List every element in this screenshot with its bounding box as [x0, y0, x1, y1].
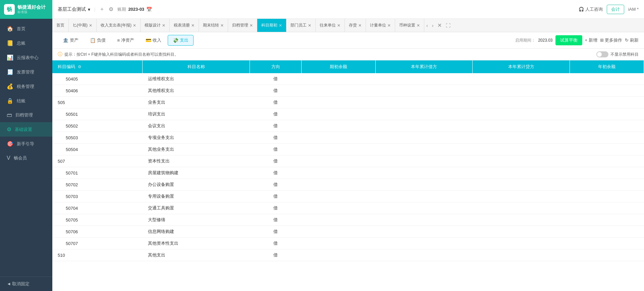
tab-close-archive[interactable]: ✕ [250, 23, 253, 28]
subtab-income[interactable]: 💳 收入 [141, 35, 166, 46]
tab-close-income-annual[interactable]: ✕ [133, 23, 136, 28]
closing-icon: 🔒 [7, 98, 13, 104]
sidebar-item-archive[interactable]: 🗃 归档管理 [0, 108, 52, 122]
cell-code: 50502 [52, 120, 143, 132]
tab-close-tax-clear[interactable]: ✕ [191, 23, 195, 28]
info-icon: ⓘ [58, 51, 62, 57]
sidebar-item-closing[interactable]: 🔒 结账 [0, 94, 52, 108]
subtab-asset[interactable]: 🏦 资产 [58, 35, 84, 46]
tab-subject-init[interactable]: 科目期初 ✕ [257, 19, 286, 32]
iam-label: iAM * [628, 7, 639, 12]
tab-mid-period[interactable]: 匕(中期) ✕ [69, 19, 97, 32]
sidebar-label-guide: 新手引导 [17, 141, 34, 147]
cell-code: 507 [52, 155, 143, 167]
tab-unit[interactable]: 计量单位 ✕ [366, 19, 395, 32]
tab-archive[interactable]: 归档管理 ✕ [228, 19, 257, 32]
tab-home[interactable]: 首页 [52, 19, 69, 32]
tab-close-dept-staff[interactable]: ✕ [308, 23, 311, 28]
cell-direction: 借 [250, 108, 302, 120]
cell-name: 其他支出 [143, 249, 250, 261]
table-row[interactable]: 50503 专项业务支出 借 [52, 132, 644, 144]
subtab-liability[interactable]: 📋 负债 [85, 35, 111, 46]
sidebar-pin-toggle[interactable]: ◄ 取消固定 [0, 277, 52, 291]
tab-inventory[interactable]: 存货 ✕ [345, 19, 366, 32]
cell-ytd-debit [376, 132, 473, 144]
cell-direction: 借 [250, 155, 302, 167]
tab-close-inventory[interactable]: ✕ [358, 23, 362, 28]
table-row[interactable]: 50703 专用设备购置 借 [52, 191, 644, 202]
table-row[interactable]: 50704 交通工具购置 借 [52, 202, 644, 214]
table-row[interactable]: 50501 培训支出 借 [52, 108, 644, 120]
tab-close-unit[interactable]: ✕ [387, 23, 391, 28]
tab-template[interactable]: 模版设计 ✕ [141, 19, 170, 32]
table-row[interactable]: 50502 会议支出 借 [52, 120, 644, 132]
cell-direction: 借 [250, 214, 302, 226]
tab-currency[interactable]: 币种设置 ✕ [395, 19, 424, 32]
table-row[interactable]: 50702 办公设备购置 借 [52, 179, 644, 191]
tab-income-annual[interactable]: 收入支出表(年报) ✕ [97, 19, 141, 32]
tab-close-subject-init[interactable]: ✕ [279, 23, 282, 28]
topbar-period: 账期 2023-03 📅 [117, 6, 152, 12]
toggle-switch-control[interactable] [596, 51, 608, 57]
tab-close-period-end[interactable]: ✕ [220, 23, 224, 28]
company-selector[interactable]: 基层工会测试 ▾ [58, 6, 90, 12]
table-row[interactable]: 50504 其他业务支出 借 [52, 144, 644, 155]
table-row[interactable]: 50705 大型修缮 借 [52, 214, 644, 226]
topbar-settings-button[interactable]: ⚙ [109, 6, 113, 12]
add-tab-button[interactable]: ＋ [99, 6, 105, 13]
disable-toggle[interactable]: 不显示禁用科目 [596, 51, 639, 57]
subtab-net-asset[interactable]: ≡ 净资产 [112, 35, 139, 46]
cell-name: 专用设备购置 [143, 191, 250, 202]
sidebar-item-settings[interactable]: ⚙ 基础设置 [0, 122, 52, 137]
calendar-icon[interactable]: 📅 [146, 7, 152, 12]
tabs-prev-button[interactable]: ‹ [424, 19, 430, 32]
table-row[interactable]: 50707 其他资本性支出 借 [52, 238, 644, 249]
more-operations-button[interactable]: ⊞ 更多操作 [600, 37, 623, 43]
table-row[interactable]: 50405 运维维权支出 借 [52, 73, 644, 85]
tab-contacts[interactable]: 往来单位 ✕ [316, 19, 345, 32]
sidebar-item-home[interactable]: 🏠 首页 [0, 21, 52, 36]
subtab-expense[interactable]: 💸 支出 [168, 35, 194, 46]
add-subject-button[interactable]: + 新增 [585, 37, 597, 43]
sidebar-item-invoice[interactable]: 🧾 发票管理 [0, 65, 52, 79]
tab-tax-clear[interactable]: 税表清册 ✕ [170, 19, 199, 32]
table-row[interactable]: 505 业务支出 借 [52, 97, 644, 108]
cell-ytd-debit [376, 249, 473, 261]
help-button[interactable]: 🎧 人工咨询 [579, 6, 603, 12]
refresh-button[interactable]: ↻ 刷新 [625, 37, 639, 43]
table-row[interactable]: 50706 信息网络购建 借 [52, 226, 644, 238]
sidebar-label-ledger: 总账 [17, 40, 25, 46]
table-row[interactable]: 50406 其他维权支出 借 [52, 85, 644, 97]
table-row[interactable]: 50701 房屋建筑物购建 借 [52, 167, 644, 179]
table-row[interactable]: 510 其他支出 借 [52, 249, 644, 261]
tabs-next-button[interactable]: › [430, 19, 436, 32]
tabs-close-all-button[interactable]: ✕ [435, 22, 444, 29]
sidebar-item-ledger[interactable]: 📒 总账 [0, 36, 52, 50]
cell-ytd-debit [376, 85, 473, 97]
cell-annual-balance [570, 144, 644, 155]
tab-dept-staff[interactable]: 部门员工 ✕ [286, 19, 316, 32]
sidebar-item-guide[interactable]: 🎯 新手引导 [0, 137, 52, 151]
app-edition: 标准版 [17, 10, 46, 14]
calc-balance-button[interactable]: 试算平衡 [555, 35, 582, 45]
tab-close-mid-period[interactable]: ✕ [89, 23, 92, 28]
account-button[interactable]: 会计 [607, 5, 624, 14]
tab-period-end[interactable]: 期末结转 ✕ [199, 19, 228, 32]
sidebar-item-reports[interactable]: 📊 云报表中心 [0, 50, 52, 65]
tab-close-currency[interactable]: ✕ [417, 23, 420, 28]
tabs-expand-button[interactable]: ⛶ [444, 23, 452, 28]
ledger-icon: 📒 [7, 40, 13, 46]
col-ytd-credit: 本年累计贷方 [473, 60, 570, 73]
tab-close-contacts[interactable]: ✕ [337, 23, 340, 28]
sidebar-item-tax[interactable]: 💰 税务管理 [0, 79, 52, 94]
cell-ytd-credit [473, 144, 570, 155]
cell-name: 房屋建筑物购建 [143, 167, 250, 179]
column-settings-icon[interactable]: ⚙ [78, 64, 82, 69]
tab-close-template[interactable]: ✕ [162, 23, 165, 28]
col-annual-balance: 年初余额 [570, 60, 644, 73]
cell-ytd-debit [376, 73, 473, 85]
period-value: 2023-03 [128, 7, 144, 12]
sidebar-item-member[interactable]: V 畅会员 [0, 151, 52, 165]
table-row[interactable]: 507 资本性支出 借 [52, 155, 644, 167]
cell-opening-balance [302, 144, 376, 155]
